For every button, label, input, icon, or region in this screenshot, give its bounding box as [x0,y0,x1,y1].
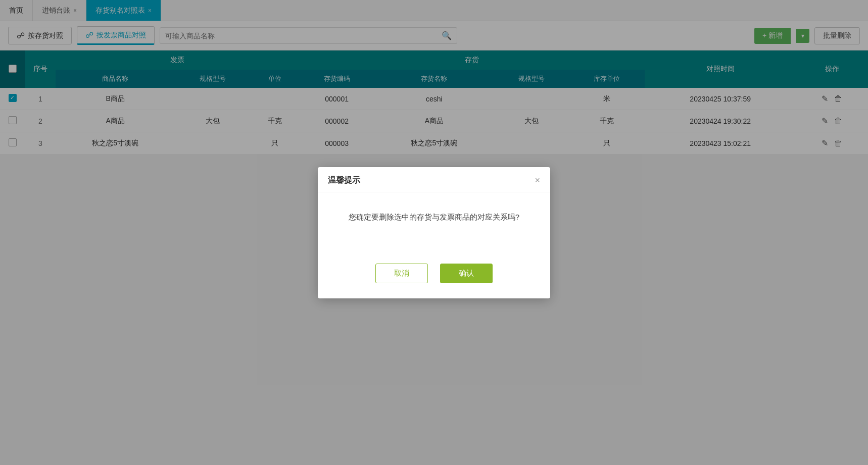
dialog-overlay: 温馨提示 × 您确定要删除选中的存货与发票商品的对应关系吗? 取消 确认 [0,0,868,154]
